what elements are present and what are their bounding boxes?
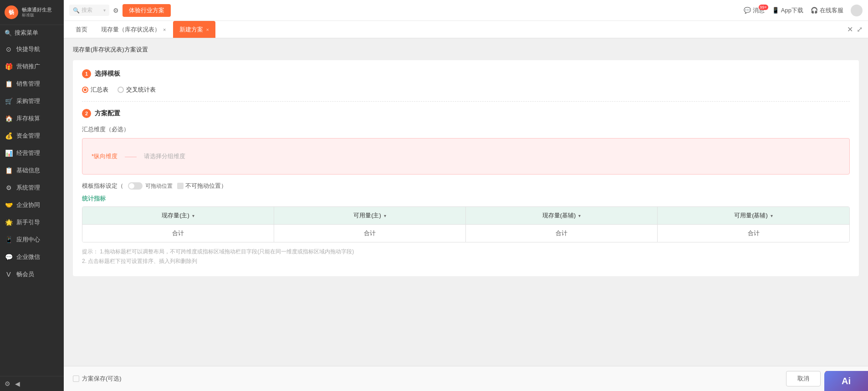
step2-header: 2 方案配置 [82,109,850,118]
tips-section: 提示： 1.拖动标题栏可以调整布局，不可跨维度或指标区域拖动栏目字段(只能在同一… [82,248,850,265]
user-avatar[interactable] [851,5,863,16]
sidebar-item-cooperation[interactable]: 🤝 企业协同 [0,196,64,214]
main-area: 🔍 搜索 ▾ ⚙ 体验行业方案 💬 消息 99+ 📱 App下载 🎧 在线客服 [64,0,868,391]
stats-table: 现存量(主) ▾ 可用量(主) ▾ 现存量(基辅) ▾ 可用量(基辅) ▾ [82,206,850,242]
dropdown-arrow-3[interactable]: ▾ [771,213,773,218]
sales-icon: 📋 [5,80,13,88]
non-draggable-indicator: 不可拖动位置） [177,182,227,190]
trial-industry-button[interactable]: 体验行业方案 [123,4,171,17]
dimension-box[interactable]: *纵向维度 —— 请选择分组维度 [82,138,850,175]
sidebar-item-purchase[interactable]: 🛒 采购管理 [0,93,64,110]
tabs-right-controls: ✕ ⤢ [847,25,863,34]
page-content: 现存量(库存状况表)方案设置 1 选择模板 汇总表 交叉统计表 [64,38,868,366]
app-logo-icon: 畅 [5,5,18,19]
template-cross-option[interactable]: 交叉统计表 [117,86,156,94]
sidebar-item-inventory[interactable]: 🏠 库存核算 [0,110,64,127]
basic-info-icon: 📋 [5,166,13,175]
inventory-icon: 🏠 [5,114,13,123]
ai-badge[interactable]: Ai [824,371,868,391]
operations-icon: 📊 [5,149,13,157]
online-service-button[interactable]: 🎧 在线客服 [811,6,843,15]
purchase-icon: 🛒 [5,97,13,105]
non-draggable-icon [177,183,184,189]
tab-close-new-plan[interactable]: × [206,27,209,32]
marketing-icon: 🎁 [5,62,13,71]
tab-bar: 首页 现存量（库存状况表） × 新建方案 × ✕ ⤢ [64,21,868,38]
tab-home[interactable]: 首页 [69,21,94,38]
stats-table-body: 合计 合计 合计 合计 [82,224,849,242]
page-title: 现存量(库存状况表)方案设置 [73,46,859,54]
step1-title: 选择模板 [95,70,120,78]
sidebar-item-wechat[interactable]: 💬 企业微信 [0,248,64,266]
topbar-right: 💬 消息 99+ 📱 App下载 🎧 在线客服 [744,5,863,16]
body-cell-0-3: 合计 [658,224,849,242]
template-summary-option[interactable]: 汇总表 [82,86,108,94]
topbar-search-area[interactable]: 🔍 搜索 ▾ [69,5,109,16]
step1-badge: 1 [82,69,91,78]
finance-icon: 💰 [5,132,13,140]
quick-nav-icon: ⊙ [5,45,13,53]
tab-new-plan[interactable]: 新建方案 × [173,21,215,38]
expand-button[interactable]: ⤢ [857,25,863,34]
bottom-bar: 方案保存(可选) 取消 查询 [64,366,868,391]
message-button[interactable]: 💬 消息 99+ [744,6,765,15]
save-option-area[interactable]: 方案保存(可选) [73,375,122,383]
sidebar-bottom: ⚙ ◀ [0,376,64,391]
search-icon: 🔍 [5,30,12,36]
body-cell-0-1: 合计 [274,224,466,242]
topbar-left: 🔍 搜索 ▾ ⚙ 体验行业方案 [69,4,739,17]
settings-icon[interactable]: ⚙ [5,380,10,387]
system-icon: ⚙ [5,184,13,192]
body-cell-0-0: 合计 [82,224,274,242]
template-options: 汇总表 交叉统计表 [82,86,850,94]
headset-icon: 🎧 [811,7,818,14]
app-name: 畅康通好生意 标准版 [22,6,52,18]
header-cell-3[interactable]: 可用量(基辅) ▾ [658,207,849,224]
sidebar-logo: 畅 畅康通好生意 标准版 [0,0,64,25]
header-cell-2[interactable]: 现存量(基辅) ▾ [466,207,658,224]
header-cell-0[interactable]: 现存量(主) ▾ [82,207,274,224]
dimension-label: 汇总维度（必选） [82,125,850,134]
sidebar-item-finance[interactable]: 💰 资金管理 [0,127,64,144]
close-panel-button[interactable]: ✕ [847,25,853,34]
collapse-icon[interactable]: ◀ [15,380,20,387]
sidebar-item-basic-info[interactable]: 📋 基础信息 [0,162,64,179]
cooperation-icon: 🤝 [5,201,13,209]
topbar: 🔍 搜索 ▾ ⚙ 体验行业方案 💬 消息 99+ 📱 App下载 🎧 在线客服 [64,0,868,21]
sidebar-search[interactable]: 🔍 搜索菜单 [0,25,64,41]
dropdown-arrow-2[interactable]: ▾ [578,213,581,218]
sidebar-item-sales[interactable]: 📋 销售管理 [0,75,64,93]
indicator-header: 模板指标设定（ 可拖动位置 不可拖动位置） [82,182,850,190]
sidebar-item-membership[interactable]: V 畅会员 [0,266,64,283]
sidebar-item-operations[interactable]: 📊 经营管理 [0,144,64,162]
sidebar-item-quick-nav[interactable]: ⊙ 快捷导航 [0,41,64,58]
tab-close-inventory[interactable]: × [163,27,166,32]
dimension-placeholder: *纵向维度 —— 请选择分组维度 [92,152,185,160]
tab-inventory-status[interactable]: 现存量（库存状况表） × [95,21,172,38]
draggable-toggle[interactable]: 可拖动位置 [128,182,173,190]
stats-table-header: 现存量(主) ▾ 可用量(主) ▾ 现存量(基辅) ▾ 可用量(基辅) ▾ [82,207,849,224]
message-icon: 💬 [744,7,751,14]
save-checkbox[interactable] [73,376,79,382]
sidebar-item-system[interactable]: ⚙ 系统管理 [0,179,64,196]
summary-radio[interactable] [82,87,88,93]
dropdown-arrow-1[interactable]: ▾ [384,213,386,218]
save-label: 方案保存(可选) [82,375,122,383]
body-cell-0-2: 合计 [466,224,658,242]
toggle-pill[interactable] [128,182,143,190]
wechat-icon: 💬 [5,253,13,261]
gear-icon[interactable]: ⚙ [113,7,119,14]
stats-indicator-label: 统计指标 [82,195,850,203]
cancel-button[interactable]: 取消 [786,371,821,386]
dropdown-arrow-0[interactable]: ▾ [192,213,194,218]
step1-header: 1 选择模板 [82,69,850,78]
app-download-button[interactable]: 📱 App下载 [772,6,803,15]
toggle-dot [129,183,134,189]
sidebar-item-new-guide[interactable]: 🌟 新手引导 [0,214,64,231]
sidebar-item-marketing[interactable]: 🎁 营销推广 [0,58,64,75]
sidebar: 畅 畅康通好生意 标准版 🔍 搜索菜单 ⊙ 快捷导航 🎁 营销推广 📋 销售管理… [0,0,64,391]
cross-radio[interactable] [117,87,124,93]
header-cell-1[interactable]: 可用量(主) ▾ [274,207,466,224]
sidebar-item-app-center[interactable]: 📱 应用中心 [0,231,64,248]
step2-title: 方案配置 [95,109,120,118]
